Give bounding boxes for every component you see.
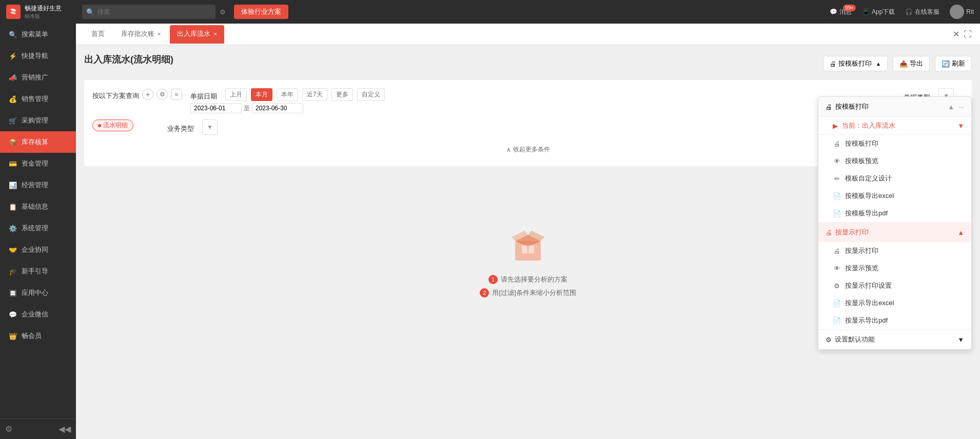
date-btn-custom[interactable]: 自定义 [357, 88, 385, 101]
marketing-icon: 📣 [8, 73, 17, 82]
template-pdf-label: 按模板导出pdf [845, 209, 888, 218]
sidebar-item-guide[interactable]: 🎓 新手引导 [0, 261, 76, 282]
logo-text-block: 畅捷通好生意 标准版 [25, 4, 62, 20]
sidebar-item-search[interactable]: 🔍 搜索菜单 [0, 24, 76, 45]
print-icon: 🖨 [830, 60, 836, 68]
filter-collapse-btn[interactable]: « [171, 89, 182, 100]
date-btn-this-year[interactable]: 本年 [277, 88, 298, 101]
filter-setting-btn[interactable]: ⚙ [156, 89, 168, 100]
main-layout: 🔍 搜索菜单 ⚡ 快捷导航 📣 营销推广 💰 销售管理 🛒 采购管理 📦 库存核… [0, 24, 980, 439]
empty-icon [507, 226, 548, 267]
footer-gear-icon: ⚙ [826, 336, 832, 344]
dropdown-template-preview[interactable]: 👁 按模板预览 [818, 152, 971, 170]
sidebar-item-inventory[interactable]: 📦 库存核算 [0, 131, 76, 153]
biz-type-select[interactable]: ▼ [202, 119, 218, 135]
sidebar-label-basic: 基础信息 [22, 202, 48, 211]
tag-label-text: 流水明细 [103, 121, 128, 130]
sidebar-item-finance[interactable]: 💳 资金管理 [0, 153, 76, 174]
dropdown-display-excel[interactable]: 📄 按显示导出excel [818, 294, 971, 312]
dropdown-section1: 🖨 按模板打印 👁 按模板预览 ✏ 模板自定义设计 📄 按模板导出excel [818, 135, 971, 223]
dropdown-display-settings[interactable]: ⚙ 按显示打印设置 [818, 277, 971, 294]
wechat-icon: 💬 [8, 310, 17, 319]
trial-btn[interactable]: 体验行业方案 [234, 5, 288, 19]
dropdown-title: 按模板打印 [835, 102, 869, 111]
dropdown-template-excel[interactable]: 📄 按模板导出excel [818, 187, 971, 205]
dropdown-template-print[interactable]: 🖨 按模板打印 [818, 135, 971, 152]
app-download-btn[interactable]: 📱 App下载 [862, 8, 895, 16]
tab-close-all-icon[interactable]: ✕ [953, 29, 959, 39]
tab-batch[interactable]: 库存批次账 × [114, 25, 168, 44]
page-header-row: 出入库流水(流水明细) 🖨 按模板打印 ▲ 📤 导出 🔄 刷新 [84, 53, 972, 74]
sidebar-item-enterprise[interactable]: 🤝 企业协同 [0, 239, 76, 261]
search-icon: 🔍 [86, 8, 94, 16]
sidebar-bottom: ⚙ ◀◀ [0, 418, 76, 439]
header-search-box[interactable]: 🔍 [82, 5, 215, 19]
dropdown-display-print[interactable]: 🖨 按显示打印 [818, 242, 971, 260]
refresh-icon: 🔄 [942, 60, 950, 68]
sidebar-item-basic[interactable]: 📋 基础信息 [0, 196, 76, 217]
template-custom-icon: ✏ [833, 174, 841, 183]
collapse-sidebar-icon[interactable]: ◀◀ [58, 424, 71, 434]
tab-flow[interactable]: 出入库流水 × [170, 25, 224, 44]
section2-title: 按显示打印 [835, 228, 869, 237]
date-from-input[interactable] [190, 103, 242, 113]
sidebar-item-purchase[interactable]: 🛒 采购管理 [0, 110, 76, 131]
dropdown-template-custom[interactable]: ✏ 模板自定义设计 [818, 170, 971, 187]
date-btn-7days[interactable]: 近7天 [302, 88, 327, 101]
dropdown-section2-header[interactable]: 🖨 按显示打印 ▲ [818, 223, 971, 242]
sidebar-item-marketing[interactable]: 📣 营销推广 [0, 67, 76, 88]
dropdown-three-dots[interactable]: ··· [958, 103, 964, 111]
sidebar-item-operations[interactable]: 📊 经营管理 [0, 174, 76, 196]
dropdown-footer[interactable]: ⚙ 设置默认功能 ▼ [818, 330, 971, 349]
app-name: 畅捷通好生意 [25, 4, 62, 13]
sidebar-label-sales: 销售管理 [22, 94, 48, 104]
search-icon: 🔍 [8, 30, 17, 39]
template-preview-icon: 👁 [833, 157, 841, 165]
dropdown-template-pdf[interactable]: 📄 按模板导出pdf [818, 205, 971, 222]
display-excel-label: 按显示导出excel [845, 298, 894, 308]
biz-type-label: 业务类型 [167, 121, 198, 133]
date-btn-last-month[interactable]: 上月 [225, 88, 247, 101]
sidebar-item-system[interactable]: ⚙️ 系统管理 [0, 217, 76, 239]
filter-controls: 按以下方案查询 + ⚙ « [92, 88, 182, 101]
tag-dot [98, 124, 101, 127]
refresh-btn[interactable]: 🔄 刷新 [935, 56, 972, 71]
online-service-btn[interactable]: 🎧 在线客服 [905, 8, 939, 16]
dropdown-header-icons: ▲ ··· [948, 103, 964, 111]
sidebar-item-apps[interactable]: 🔲 应用中心 [0, 282, 76, 304]
date-btn-more[interactable]: 更多 [331, 88, 353, 101]
tab-batch-label: 库存批次账 [121, 29, 154, 38]
tab-flow-close[interactable]: × [213, 31, 217, 37]
tab-maximize-icon[interactable]: ⛶ [964, 30, 972, 39]
dropdown-display-pdf[interactable]: 📄 按显示导出pdf [818, 312, 971, 329]
sidebar-item-vip[interactable]: 👑 畅会员 [0, 325, 76, 347]
export-btn[interactable]: 📤 导出 [893, 56, 930, 71]
chevron-up-icon: ▲ [876, 61, 881, 67]
header-search-input[interactable] [97, 8, 211, 15]
print-header-icon: 🖨 [826, 103, 832, 111]
app-version: 标准版 [25, 13, 62, 20]
message-btn[interactable]: 💬 消息 99+ [830, 8, 852, 16]
sidebar-item-wechat[interactable]: 💬 企业微信 [0, 304, 76, 325]
dropdown-current-item[interactable]: ▶ 当前：出入库流水 ▼ [818, 117, 971, 134]
display-pdf-label: 按显示导出pdf [845, 316, 888, 325]
settings-bottom-icon[interactable]: ⚙ [5, 424, 12, 434]
date-to-input[interactable] [252, 103, 303, 113]
sidebar-item-sales[interactable]: 💰 销售管理 [0, 88, 76, 110]
tab-batch-close[interactable]: × [158, 31, 161, 37]
sidebar-item-quick-nav[interactable]: ⚡ 快捷导航 [0, 45, 76, 67]
sidebar-label-vip: 畅会员 [22, 331, 42, 341]
dropdown-chevron-up[interactable]: ▲ [948, 103, 954, 111]
purchase-icon: 🛒 [8, 116, 17, 125]
dropdown-display-preview[interactable]: 👁 按显示预览 [818, 260, 971, 277]
filter-add-btn[interactable]: + [142, 89, 153, 100]
template-print-label: 按模板打印 [845, 139, 878, 148]
sidebar-label-inventory: 库存核算 [22, 137, 48, 147]
print-dropdown-btn[interactable]: 🖨 按模板打印 ▲ [823, 56, 888, 71]
user-avatar-btn[interactable]: Rit [950, 5, 974, 19]
date-btn-this-month[interactable]: 本月 [251, 88, 272, 101]
username: Rit [966, 8, 974, 15]
tab-home[interactable]: 首页 [84, 25, 112, 44]
gear-icon[interactable]: ⚙ [220, 8, 226, 16]
tab-bar-actions: ✕ ⛶ [953, 29, 972, 39]
